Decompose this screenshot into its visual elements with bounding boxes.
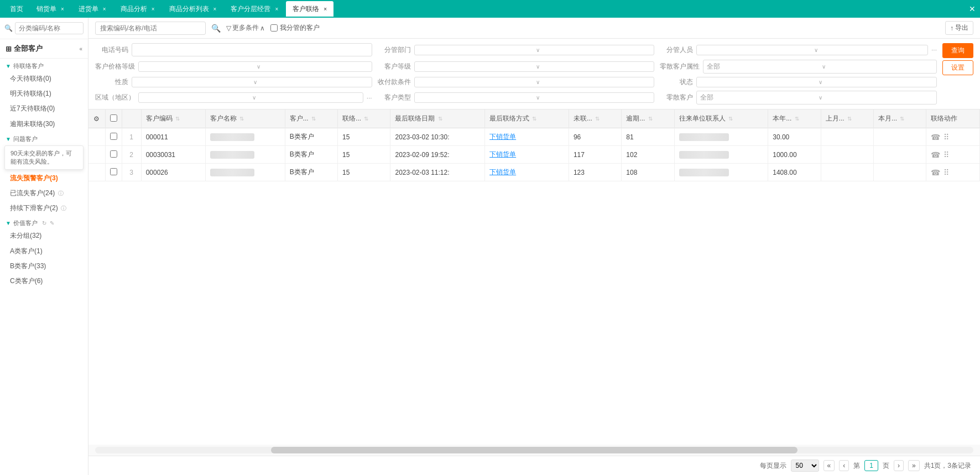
- person-more-btn[interactable]: ···: [931, 46, 937, 54]
- td-last-contact-method[interactable]: 下销货单: [485, 128, 569, 146]
- th-contact[interactable]: 联络... ⇅: [338, 109, 390, 128]
- contact-action-icon[interactable]: ☎: [931, 150, 940, 159]
- phone-input[interactable]: [132, 43, 372, 56]
- first-page-button[interactable]: «: [823, 460, 835, 471]
- customer-type-select[interactable]: ∨: [414, 92, 655, 103]
- row-checkbox[interactable]: [110, 150, 117, 158]
- sidebar-all-customers[interactable]: ⊞ 全部客户 «: [0, 39, 88, 59]
- price-level-select[interactable]: ∨: [138, 61, 372, 72]
- th-customer-name[interactable]: 客户名称 ⇅: [205, 109, 285, 128]
- td-last-contact-method[interactable]: 下销货单: [485, 164, 569, 181]
- close-sales-tab[interactable]: ×: [61, 6, 64, 12]
- sidebar-collapse-btn[interactable]: «: [79, 46, 82, 52]
- close-window-button[interactable]: ✕: [969, 4, 976, 13]
- chevron-down-icon: ∨: [536, 95, 650, 101]
- th-overdue[interactable]: 逾期... ⇅: [622, 109, 674, 128]
- sidebar-item-tomorrow-contact[interactable]: 明天待联络(1): [0, 86, 88, 101]
- region-select[interactable]: ∨: [138, 92, 363, 103]
- td-last-contact-method[interactable]: 下销货单: [485, 146, 569, 164]
- my-customers-checkbox[interactable]: [270, 24, 278, 32]
- contact-action-icon[interactable]: ☎: [931, 168, 940, 177]
- payment-select[interactable]: ∨: [414, 77, 655, 87]
- td-last-contact-date: 2023-03-02 10:30:: [390, 128, 485, 146]
- more-action-icon[interactable]: ⠿: [943, 133, 949, 142]
- th-no-contact[interactable]: 未联... ⇅: [569, 109, 621, 128]
- nav-tab-sales[interactable]: 销货单 ×: [30, 1, 71, 17]
- refresh-icon[interactable]: ↻: [42, 220, 46, 226]
- th-row-num: [122, 109, 141, 128]
- row-checkbox[interactable]: [110, 133, 117, 140]
- th-checkbox[interactable]: [105, 109, 122, 128]
- td-checkbox[interactable]: [105, 146, 122, 164]
- sidebar-item-class-b[interactable]: B类客户(33): [0, 259, 88, 274]
- settings-button[interactable]: 设置: [942, 60, 973, 75]
- sidebar-item-7day-contact[interactable]: 近7天待联络(0): [0, 101, 88, 116]
- td-customer-code: 000026: [141, 164, 205, 181]
- nav-tab-customer-contact[interactable]: 客户联络 ×: [286, 1, 333, 17]
- more-conditions-button[interactable]: ▽ 更多条件 ∧: [226, 23, 265, 33]
- sidebar-group-value[interactable]: ▼ 价值客户 ↻ ✎: [0, 216, 88, 228]
- sidebar-item-declining[interactable]: 持续下滑客户(2) ⓘ: [0, 201, 88, 216]
- td-checkbox[interactable]: [105, 128, 122, 146]
- more-action-icon[interactable]: ⠿: [943, 150, 949, 159]
- last-page-button[interactable]: »: [908, 460, 920, 471]
- nav-tab-purchase[interactable]: 进货单 ×: [72, 1, 113, 17]
- per-page-select[interactable]: 50 20 100: [791, 460, 819, 472]
- sidebar-item-ungrouped[interactable]: 未分组(32): [0, 228, 88, 243]
- nature-select[interactable]: ∨: [132, 77, 372, 87]
- next-page-button[interactable]: ›: [894, 460, 904, 471]
- close-customer-layer-tab[interactable]: ×: [275, 6, 278, 12]
- more-action-icon[interactable]: ⠿: [943, 168, 949, 177]
- select-all-checkbox[interactable]: [110, 114, 117, 122]
- th-customer-code[interactable]: 客户编码 ⇅: [141, 109, 205, 128]
- th-last-contact-method[interactable]: 最后联络方式 ⇅: [485, 109, 569, 128]
- region-more-btn[interactable]: ···: [367, 94, 372, 102]
- th-settings[interactable]: ⚙: [88, 109, 105, 128]
- search-input[interactable]: [95, 22, 206, 35]
- customer-table: ⚙ 客户编码 ⇅ 客户名称 ⇅ 客户... ⇅ 联络... ⇅ 最后联络日期 ⇅…: [88, 109, 980, 181]
- th-unit-contact[interactable]: 往来单位联系人 ⇅: [674, 109, 768, 128]
- contact-action-icon[interactable]: ☎: [931, 133, 940, 142]
- status-select[interactable]: ∨: [696, 77, 937, 87]
- sidebar-item-class-c[interactable]: C类客户(6): [0, 274, 88, 289]
- horizontal-scrollbar[interactable]: [95, 447, 973, 453]
- status-field: 状态 ∨: [660, 77, 937, 87]
- edit-icon[interactable]: ✎: [50, 220, 54, 226]
- nav-tab-product-analysis[interactable]: 商品分析 ×: [114, 1, 161, 17]
- nav-tab-customer-layer[interactable]: 客户分层经营 ×: [224, 1, 285, 17]
- sidebar-item-class-a[interactable]: A类客户(1): [0, 244, 88, 259]
- search-button[interactable]: 🔍: [211, 24, 221, 33]
- sidebar-group-pending[interactable]: ▼ 待联络客户: [0, 59, 88, 71]
- retail-customer-select[interactable]: 全部 ∨: [696, 91, 937, 105]
- close-customer-contact-tab[interactable]: ×: [324, 6, 327, 12]
- sidebar-item-today-contact[interactable]: 今天待联络(0): [0, 71, 88, 86]
- td-checkbox[interactable]: [105, 164, 122, 181]
- close-purchase-tab[interactable]: ×: [103, 6, 106, 12]
- nav-tab-product-analysis-list[interactable]: 商品分析列表 ×: [163, 1, 223, 17]
- th-last-month[interactable]: 上月... ⇅: [821, 109, 873, 128]
- customer-level-select[interactable]: ∨: [414, 61, 655, 72]
- sidebar-item-churn-warning[interactable]: 流失预警客户(3): [0, 171, 88, 186]
- retail-attr-select[interactable]: 全部 ∨: [703, 60, 937, 74]
- th-customer-type[interactable]: 客户... ⇅: [285, 109, 337, 128]
- sidebar-search-input[interactable]: [15, 22, 84, 34]
- td-settings: [88, 146, 105, 164]
- nav-tab-home[interactable]: 首页: [4, 4, 29, 14]
- th-last-contact-date[interactable]: 最后联络日期 ⇅: [390, 109, 485, 128]
- prev-page-button[interactable]: ‹: [839, 460, 849, 471]
- sidebar-group-problem[interactable]: ▼ 问题客户: [0, 132, 88, 144]
- sidebar-item-churned[interactable]: 已流失客户(24) ⓘ: [0, 186, 88, 201]
- query-button[interactable]: 查询: [942, 43, 973, 58]
- close-product-analysis-list-tab[interactable]: ×: [213, 6, 217, 12]
- person-select[interactable]: ∨: [696, 45, 928, 55]
- th-this-year[interactable]: 本年... ⇅: [768, 109, 821, 128]
- td-last-month: [821, 128, 873, 146]
- th-this-month[interactable]: 本月... ⇅: [874, 109, 926, 128]
- dept-select[interactable]: ∨: [414, 45, 655, 55]
- export-button[interactable]: ↑ 导出: [945, 21, 973, 35]
- td-last-contact-date: 2023-02-03 11:12:: [390, 164, 485, 181]
- row-checkbox[interactable]: [110, 168, 117, 175]
- close-product-analysis-tab[interactable]: ×: [152, 6, 155, 12]
- sidebar-item-overdue-contact[interactable]: 逾期未联络(30): [0, 117, 88, 132]
- td-unit-contact: [674, 164, 768, 181]
